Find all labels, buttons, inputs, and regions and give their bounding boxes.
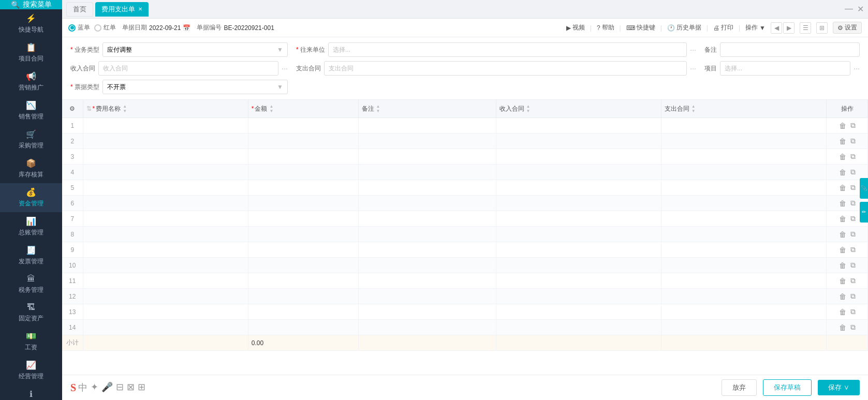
sidebar-header[interactable]: 🔍 搜索菜单 (0, 0, 62, 9)
copy-icon[interactable]: ⧉ (850, 121, 856, 130)
history-btn[interactable]: 🕐 历史单据 (667, 23, 701, 32)
cell-remark[interactable] (358, 258, 496, 273)
delete-icon[interactable]: 🗑 (839, 230, 846, 239)
cell-expense-name[interactable] (83, 242, 248, 258)
right-edge-btn-2[interactable]: ✏ (860, 202, 868, 223)
delete-icon[interactable]: 🗑 (839, 215, 846, 223)
copy-icon[interactable]: ⧉ (850, 292, 856, 301)
cell-expense-contract[interactable] (661, 134, 826, 149)
red-bill-radio[interactable]: 红单 (94, 23, 116, 32)
grid-view-btn[interactable]: ⊞ (816, 22, 828, 34)
operation-btn[interactable]: 操作 ▼ (745, 23, 766, 32)
cell-income-contract[interactable] (496, 118, 661, 134)
sidebar-item-jichu[interactable]: ℹ 基础信息 (0, 385, 62, 400)
cell-expense-name[interactable] (83, 211, 248, 227)
cell-remark[interactable] (358, 180, 496, 196)
cell-expense-contract[interactable] (661, 273, 826, 289)
expense-contract-input[interactable]: 支出合同 (324, 61, 687, 76)
sidebar-item-fapiao[interactable]: 🧾 发票管理 (0, 241, 62, 270)
calendar-icon[interactable]: 📅 (183, 24, 190, 32)
cell-income-contract[interactable] (496, 258, 661, 273)
cell-amount[interactable] (248, 118, 358, 134)
settings-button[interactable]: ⚙ 设置 (833, 22, 862, 34)
prev-arrow[interactable]: ◀ (771, 22, 782, 34)
cell-income-contract[interactable] (496, 211, 661, 227)
cell-expense-contract[interactable] (661, 118, 826, 134)
cell-income-contract[interactable] (496, 149, 661, 165)
cell-amount[interactable] (248, 180, 358, 196)
cell-expense-name[interactable] (83, 227, 248, 242)
sidebar-item-caigou[interactable]: 🛒 采购管理 (0, 125, 62, 154)
cell-expense-contract[interactable] (661, 242, 826, 258)
cell-expense-name[interactable] (83, 304, 248, 320)
copy-icon[interactable]: ⧉ (850, 152, 856, 161)
delete-icon[interactable]: 🗑 (839, 168, 846, 176)
cell-expense-name[interactable] (83, 180, 248, 196)
cell-remark[interactable] (358, 320, 496, 335)
delete-icon[interactable]: 🗑 (839, 308, 846, 316)
cell-amount[interactable] (248, 165, 358, 180)
sidebar-item-xiaoshou[interactable]: 📉 销售管理 (0, 96, 62, 125)
delete-icon[interactable]: 🗑 (839, 292, 846, 301)
video-btn[interactable]: ▶ 视频 (566, 23, 585, 32)
cell-expense-contract[interactable] (661, 211, 826, 227)
cell-income-contract[interactable] (496, 196, 661, 211)
cell-remark[interactable] (358, 134, 496, 149)
sidebar-item-gongzi[interactable]: 💵 工资 (0, 327, 62, 356)
tab-expense[interactable]: 费用支出单 ✕ (95, 2, 149, 17)
cell-expense-contract[interactable] (661, 227, 826, 242)
cell-expense-name[interactable] (83, 258, 248, 273)
cell-remark[interactable] (358, 227, 496, 242)
biz-type-select[interactable]: 应付调整 ▼ (102, 42, 288, 57)
next-arrow[interactable]: ▶ (783, 22, 795, 34)
cell-expense-contract[interactable] (661, 196, 826, 211)
abandon-button[interactable]: 放弃 (722, 379, 757, 396)
cell-income-contract[interactable] (496, 165, 661, 180)
delete-icon[interactable]: 🗑 (839, 323, 846, 332)
cell-expense-name[interactable] (83, 118, 248, 134)
th-gear[interactable]: ⚙ (62, 100, 83, 118)
cell-income-contract[interactable] (496, 180, 661, 196)
cell-expense-name[interactable] (83, 320, 248, 335)
cell-income-contract[interactable] (496, 227, 661, 242)
cell-remark[interactable] (358, 289, 496, 304)
cell-expense-name[interactable] (83, 134, 248, 149)
help-btn[interactable]: ? 帮助 (597, 23, 614, 32)
cell-income-contract[interactable] (496, 320, 661, 335)
cell-expense-name[interactable] (83, 165, 248, 180)
cell-remark[interactable] (358, 211, 496, 227)
cell-expense-name[interactable] (83, 149, 248, 165)
copy-icon[interactable]: ⧉ (850, 137, 856, 145)
copy-icon[interactable]: ⧉ (850, 214, 856, 223)
remark-input[interactable] (720, 42, 860, 57)
cell-expense-contract[interactable] (661, 258, 826, 273)
copy-icon[interactable]: ⧉ (850, 168, 856, 176)
income-contract-input[interactable]: 收入合同 (98, 61, 278, 76)
cell-amount[interactable] (248, 242, 358, 258)
expense-contract-more-icon[interactable]: ··· (690, 64, 696, 72)
sidebar-item-jingying[interactable]: 📈 经营管理 (0, 356, 62, 385)
cell-expense-contract[interactable] (661, 304, 826, 320)
cell-remark[interactable] (358, 165, 496, 180)
cell-amount[interactable] (248, 134, 358, 149)
copy-icon[interactable]: ⧉ (850, 307, 856, 316)
table-gear-icon[interactable]: ⚙ (69, 105, 75, 112)
tab-close-icon[interactable]: ✕ (138, 6, 142, 12)
cell-expense-name[interactable] (83, 273, 248, 289)
delete-icon[interactable]: 🗑 (839, 153, 846, 161)
close-icon[interactable]: ✕ (857, 4, 864, 14)
list-view-btn[interactable]: ☰ (800, 22, 811, 34)
income-contract-more-icon[interactable]: ··· (282, 64, 288, 72)
cell-remark[interactable] (358, 304, 496, 320)
sidebar-item-gudingzichan[interactable]: 🏗 固定资产 (0, 299, 62, 327)
cell-amount[interactable] (248, 289, 358, 304)
delete-icon[interactable]: 🗑 (839, 261, 846, 270)
shortcut-btn[interactable]: ⌨ 快捷键 (626, 23, 655, 32)
sidebar-item-yingxiao[interactable]: 📢 营销推广 (0, 67, 62, 96)
minimize-icon[interactable]: — (845, 4, 853, 14)
cell-income-contract[interactable] (496, 242, 661, 258)
save-button[interactable]: 保存 ∨ (818, 380, 860, 395)
partner-more-icon[interactable]: ··· (690, 46, 696, 54)
cell-remark[interactable] (358, 273, 496, 289)
cell-amount[interactable] (248, 227, 358, 242)
